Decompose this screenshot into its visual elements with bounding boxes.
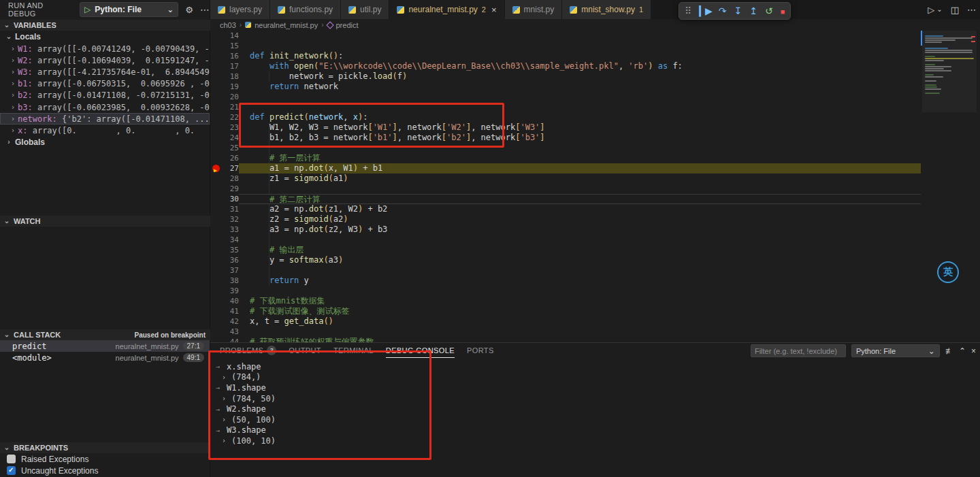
start-debug-icon[interactable] <box>84 5 91 14</box>
tab-layers.py[interactable]: layers.py <box>210 0 270 19</box>
code-line-15[interactable]: 15 <box>210 41 921 51</box>
step-over-icon[interactable] <box>719 6 727 16</box>
variable-row-b2[interactable]: b2: array([-0.01471108, -0.07215131, -0.… <box>0 90 210 101</box>
breadcrumb-file[interactable]: neuralnet_mnist.py <box>255 21 318 29</box>
code-line-25[interactable]: 25 <box>210 143 921 153</box>
code-line-35[interactable]: 35 # 输出层 <box>210 245 921 255</box>
checkbox[interactable] <box>7 466 16 475</box>
locals-group[interactable]: Locals <box>0 31 210 42</box>
tab-functions.py[interactable]: functions.py <box>270 0 341 19</box>
panel-tab-terminal[interactable]: TERMINAL <box>333 343 374 358</box>
clear-console-icon[interactable] <box>945 347 953 355</box>
drag-grip-icon[interactable] <box>685 6 691 16</box>
tab-util.py[interactable]: util.py <box>341 0 389 19</box>
code-line-18[interactable]: 18 network = pickle.load(f) <box>210 71 921 82</box>
close-panel-icon[interactable] <box>971 347 976 355</box>
globals-group[interactable]: Globals <box>0 137 210 148</box>
variable-row-x[interactable]: x: array([0. , 0. , 0. , 0. … <box>0 125 210 136</box>
panel-tab-debug-console[interactable]: DEBUG CONSOLE <box>386 343 455 358</box>
code-line-14[interactable]: 14 <box>210 31 921 41</box>
call-stack-frame[interactable]: <module>neuralnet_mnist.py49:1 <box>0 352 210 363</box>
code-line-33[interactable]: 33 a3 = np.dot(z2, W3) + b3 <box>210 225 921 235</box>
code-line-42[interactable]: 42x, t = get_data() <box>210 316 921 327</box>
checkbox[interactable] <box>7 455 16 463</box>
breakpoint-row[interactable]: Uncaught Exceptions <box>0 465 210 476</box>
code-line-39[interactable]: 39 <box>210 286 921 296</box>
console-input-row[interactable]: →W1.shape <box>210 382 980 393</box>
console-session-dropdown[interactable]: Python: File <box>851 344 940 357</box>
chevron-right-icon[interactable]: › <box>222 437 231 444</box>
console-input-row[interactable]: →x.shape <box>210 361 980 372</box>
close-tab-icon[interactable] <box>491 5 497 14</box>
code-line-41[interactable]: 41# 下载测试图像、测试标签 <box>210 306 921 316</box>
console-filter-input[interactable] <box>751 344 846 357</box>
console-input-row[interactable]: →W3.shape <box>210 425 980 436</box>
breadcrumb-folder[interactable]: ch03 <box>220 21 236 29</box>
breakpoint-row[interactable]: Raised Exceptions <box>0 453 210 465</box>
console-result-row[interactable]: ›(100, 10) <box>210 435 980 446</box>
code-line-44[interactable]: 44# 获取预训练好的权重与偏置参数 <box>210 337 921 342</box>
more-actions-icon[interactable] <box>967 5 976 14</box>
variable-row-W2[interactable]: W2: array([[-0.10694039, 0.01591247, -0.… <box>0 54 210 66</box>
code-line-34[interactable]: 34 <box>210 235 921 245</box>
gear-icon[interactable] <box>185 5 193 14</box>
tab-neuralnet_mnist.py[interactable]: neuralnet_mnist.py2 <box>389 0 504 19</box>
code-line-43[interactable]: 43 <box>210 327 921 337</box>
variable-row-b3[interactable]: b3: array([-0.06023985, 0.00932628, -0.0… <box>0 101 210 113</box>
panel-tab-problems[interactable]: PROBLEMS3 <box>220 343 276 358</box>
ime-language-badge[interactable]: 英 <box>937 261 959 283</box>
variable-row-network[interactable]: network: {'b2': array([-0.01471108, ...e… <box>0 113 210 125</box>
code-line-40[interactable]: 40# 下载mnist数据集 <box>210 296 921 306</box>
continue-icon[interactable] <box>699 6 711 16</box>
watch-section-header[interactable]: WATCH <box>0 216 212 227</box>
breakpoint-paused-icon[interactable] <box>212 165 220 172</box>
more-actions-icon[interactable] <box>200 5 210 14</box>
code-line-16[interactable]: 16def init_network(): <box>210 51 921 61</box>
variables-section-header[interactable]: VARIABLES <box>0 20 212 31</box>
code-line-29[interactable]: 29 <box>210 184 921 194</box>
variable-row-W3[interactable]: W3: array([[-4.21735764e-01, 6.89445496e… <box>0 66 210 78</box>
code-line-21[interactable]: 21 <box>210 102 921 112</box>
code-line-23[interactable]: 23 W1, W2, W3 = network['W1'], network['… <box>210 122 921 133</box>
code-line-31[interactable]: 31 a2 = np.dot(z1, W2) + b2 <box>210 204 921 214</box>
console-result-row[interactable]: ›(784,) <box>210 372 980 383</box>
step-out-icon[interactable] <box>749 6 757 16</box>
code-line-36[interactable]: 36 y = softmax(a3) <box>210 255 921 265</box>
code-line-17[interactable]: 17 with open("E:\\workcode\\code\\DeepLe… <box>210 61 921 71</box>
debug-console-output[interactable]: →x.shape›(784,)→W1.shape›(784, 50)→W2.sh… <box>210 361 980 446</box>
code-line-20[interactable]: 20 <box>210 92 921 102</box>
breakpoints-section-header[interactable]: BREAKPOINTS <box>0 442 212 453</box>
code-line-26[interactable]: 26 # 第一层计算 <box>210 153 921 163</box>
restart-icon[interactable] <box>765 6 773 16</box>
call-stack-frame[interactable]: predictneuralnet_mnist.py27:1 <box>0 340 210 352</box>
code-line-22[interactable]: 22def predict(network, x): <box>210 112 921 122</box>
maximize-panel-icon[interactable] <box>959 347 966 355</box>
stop-icon[interactable] <box>781 6 785 16</box>
step-into-icon[interactable] <box>734 6 742 16</box>
split-editor-icon[interactable] <box>951 5 959 14</box>
variable-row-W1[interactable]: W1: array([[-0.00741249, -0.00790439, -0… <box>0 43 210 54</box>
code-line-19[interactable]: 19 return network <box>210 82 921 92</box>
code-line-38[interactable]: 38 return y <box>210 276 921 286</box>
code-line-27[interactable]: 27 a1 = np.dot(x, W1) + b1 <box>210 163 921 174</box>
panel-tab-ports[interactable]: PORTS <box>467 343 494 358</box>
minimap[interactable] <box>922 31 977 112</box>
breadcrumb-symbol[interactable]: predict <box>336 21 359 29</box>
variable-row-b1[interactable]: b1: array([-0.06750315, 0.0695926 , -0.0… <box>0 78 210 90</box>
chevron-right-icon[interactable]: › <box>222 374 231 381</box>
chevron-right-icon[interactable]: › <box>222 416 231 423</box>
tab-mnist_show.py[interactable]: mnist_show.py1 <box>562 0 651 19</box>
call-stack-section-header[interactable]: CALL STACK Paused on breakpoint <box>0 329 212 340</box>
code-line-32[interactable]: 32 z2 = sigmoid(a2) <box>210 214 921 225</box>
code-line-30[interactable]: 30 # 第二层计算 <box>210 194 921 204</box>
chevron-right-icon[interactable]: › <box>222 395 231 402</box>
console-input-row[interactable]: →W2.shape <box>210 404 980 414</box>
run-file-icon[interactable] <box>928 5 934 14</box>
tab-mnist.py[interactable]: mnist.py <box>505 0 563 19</box>
code-area[interactable]: 141516def init_network():17 with open("E… <box>210 31 921 342</box>
console-result-row[interactable]: ›(50, 100) <box>210 414 980 425</box>
console-result-row[interactable]: ›(784, 50) <box>210 393 980 404</box>
code-line-37[interactable]: 37 <box>210 265 921 276</box>
launch-config-dropdown[interactable]: Python: File <box>80 2 178 17</box>
run-dropdown-icon[interactable] <box>936 6 942 13</box>
